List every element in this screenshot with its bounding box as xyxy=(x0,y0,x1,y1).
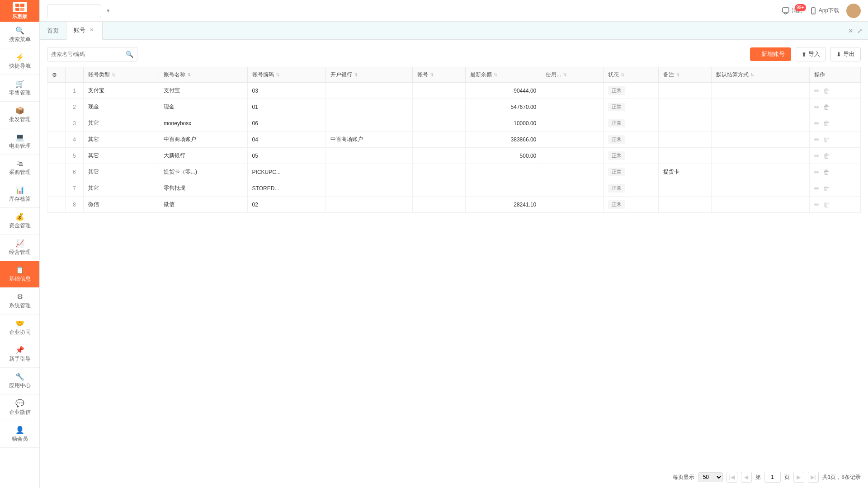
edit-icon[interactable]: ✏ xyxy=(814,120,820,127)
sidebar-item-system[interactable]: ⚙系统管理 xyxy=(0,288,39,314)
sidebar-label-member: 畅会员 xyxy=(12,435,28,443)
sidebar-item-operations[interactable]: 📈经营管理 xyxy=(0,235,39,261)
add-account-label: + 新增账号 xyxy=(756,50,785,58)
search-icon[interactable]: 🔍 xyxy=(126,51,133,58)
sidebar-item-app-center[interactable]: 🔧应用中心 xyxy=(0,368,39,394)
user-avatar[interactable] xyxy=(846,4,861,18)
edit-icon[interactable]: ✏ xyxy=(814,87,820,94)
sidebar-item-quick-nav[interactable]: ⚡快捷导航 xyxy=(0,48,39,75)
row-type: 其它 xyxy=(84,180,159,197)
export-button[interactable]: ⬇ 导出 xyxy=(830,47,861,61)
tab-home[interactable]: 首页 xyxy=(40,22,66,40)
row-status: 正常 xyxy=(604,131,659,148)
delete-icon[interactable]: 🗑 xyxy=(823,136,830,143)
delete-icon[interactable]: 🗑 xyxy=(823,201,830,208)
delete-icon[interactable]: 🗑 xyxy=(823,103,830,111)
row-bank xyxy=(326,197,413,213)
row-default-settlement xyxy=(712,99,809,115)
sidebar-item-ecommerce[interactable]: 💻电商管理 xyxy=(0,128,39,155)
col-type[interactable]: 账号类型⇅ xyxy=(84,67,159,83)
messages-button[interactable]: 消息 99+ xyxy=(782,7,802,15)
edit-icon[interactable]: ✏ xyxy=(814,103,820,111)
edit-icon[interactable]: ✏ xyxy=(814,169,820,176)
row-bank xyxy=(326,148,413,164)
sidebar-item-purchase[interactable]: 🛍采购管理 xyxy=(0,155,39,181)
search-icon: 🔍 xyxy=(15,26,24,35)
col-code[interactable]: 账号编码⇅ xyxy=(247,67,326,83)
row-account xyxy=(412,197,465,213)
svg-rect-3 xyxy=(20,8,24,11)
sidebar-item-retail[interactable]: 🛒零售管理 xyxy=(0,75,39,102)
next-page-button[interactable]: ▶ xyxy=(793,472,804,483)
tab-account-close-icon[interactable]: ✕ xyxy=(88,27,95,33)
phone-icon xyxy=(810,7,817,14)
sidebar-item-wholesale[interactable]: 📦批发管理 xyxy=(0,102,39,128)
delete-icon[interactable]: 🗑 xyxy=(823,152,830,160)
first-page-button[interactable]: |◀ xyxy=(726,472,737,483)
prev-page-button[interactable]: ◀ xyxy=(741,472,752,483)
svg-rect-1 xyxy=(20,4,24,7)
row-code: PICKUPC... xyxy=(247,164,326,180)
sidebar-label-guide: 新手引导 xyxy=(9,355,31,363)
sidebar-item-inventory[interactable]: 📊库存核算 xyxy=(0,181,39,208)
app-download-button[interactable]: App下载 xyxy=(810,7,839,14)
delete-icon[interactable]: 🗑 xyxy=(823,169,830,176)
col-settings-icon[interactable]: ⚙ xyxy=(52,72,57,78)
import-label: 导入 xyxy=(808,50,820,58)
row-num: 6 xyxy=(66,164,84,180)
row-settings xyxy=(47,115,66,131)
sidebar-item-search[interactable]: 🔍搜索菜单 xyxy=(0,22,39,48)
table-row: 8 微信 微信 02 28241.10 正常 ✏ 🗑 xyxy=(47,197,861,213)
tab-account[interactable]: 账号 ✕ xyxy=(66,22,103,40)
sidebar-item-agreement[interactable]: 🤝企业协同 xyxy=(0,314,39,341)
import-button[interactable]: ⬆ 导入 xyxy=(796,47,826,61)
delete-icon[interactable]: 🗑 xyxy=(823,185,830,192)
col-remark[interactable]: 备注⇅ xyxy=(658,67,711,83)
row-default-settlement xyxy=(712,180,809,197)
delete-icon[interactable]: 🗑 xyxy=(823,87,830,94)
top-search-input[interactable] xyxy=(47,5,101,17)
row-balance xyxy=(466,180,541,197)
row-status: 正常 xyxy=(604,164,659,180)
add-account-button[interactable]: + 新增账号 xyxy=(750,47,791,61)
col-default-settlement[interactable]: 默认结算方式⇅ xyxy=(712,67,809,83)
dropdown-arrow-icon[interactable]: ▾ xyxy=(107,7,110,14)
row-type: 其它 xyxy=(84,131,159,148)
sidebar-label-purchase: 采购管理 xyxy=(9,169,31,176)
sidebar-nav: 🔍搜索菜单⚡快捷导航🛒零售管理📦批发管理💻电商管理🛍采购管理📊库存核算💰资金管理… xyxy=(0,22,39,488)
col-account[interactable]: 账号⇅ xyxy=(412,67,465,83)
row-balance: 10000.00 xyxy=(466,115,541,131)
edit-icon[interactable]: ✏ xyxy=(814,201,820,208)
sidebar-item-member[interactable]: 👤畅会员 xyxy=(0,421,39,448)
row-remark xyxy=(658,197,711,213)
system-icon: ⚙ xyxy=(17,292,23,301)
search-input[interactable] xyxy=(51,51,126,57)
col-settings[interactable]: ⚙ xyxy=(47,67,66,83)
edit-icon[interactable]: ✏ xyxy=(814,185,820,192)
col-bank[interactable]: 开户银行⇅ xyxy=(326,67,413,83)
col-name[interactable]: 账号名称⇅ xyxy=(159,67,247,83)
guide-icon: 📌 xyxy=(15,346,24,354)
top-header: ▾ 消息 99+ App下载 xyxy=(40,0,868,22)
last-page-button[interactable]: ▶| xyxy=(808,472,819,483)
sidebar-item-finance[interactable]: 💰资金管理 xyxy=(0,208,39,235)
sidebar-label-finance: 资金管理 xyxy=(9,222,31,230)
row-usage xyxy=(541,99,604,115)
sidebar-item-guide[interactable]: 📌新手引导 xyxy=(0,341,39,368)
edit-icon[interactable]: ✏ xyxy=(814,136,820,143)
main-area: ▾ 消息 99+ App下载 首页 xyxy=(40,0,868,488)
current-page-input[interactable] xyxy=(764,472,781,483)
delete-icon[interactable]: 🗑 xyxy=(823,120,830,127)
sidebar-item-basic-info[interactable]: 📋基础信息 xyxy=(0,261,39,288)
maximize-icon[interactable]: ⤢ xyxy=(857,27,863,34)
content-area: 🔍 + 新增账号 ⬆ 导入 ⬇ 导出 xyxy=(40,40,868,466)
edit-icon[interactable]: ✏ xyxy=(814,152,820,160)
sidebar-item-wechat[interactable]: 💬企业微信 xyxy=(0,394,39,421)
message-icon xyxy=(782,7,790,15)
col-usage[interactable]: 使用...⇅ xyxy=(541,67,604,83)
close-tab-icon[interactable]: ✕ xyxy=(848,27,854,34)
col-balance[interactable]: 最新余额⇅ xyxy=(466,67,541,83)
page-size-select[interactable]: 50 20 100 xyxy=(698,472,723,482)
col-status[interactable]: 状态⇅ xyxy=(604,67,659,83)
pagination: 每页显示 50 20 100 |◀ ◀ 第 页 ▶ ▶| 共1页，8条记录 xyxy=(40,466,868,488)
